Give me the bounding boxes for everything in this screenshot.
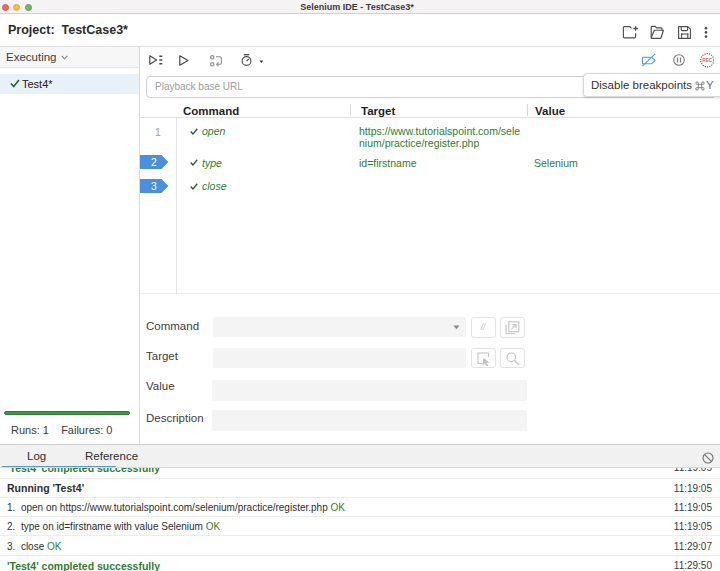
svg-text:3: 3 <box>151 179 157 191</box>
svg-text:REC: REC <box>702 58 712 63</box>
svg-text:2: 2 <box>151 156 157 168</box>
